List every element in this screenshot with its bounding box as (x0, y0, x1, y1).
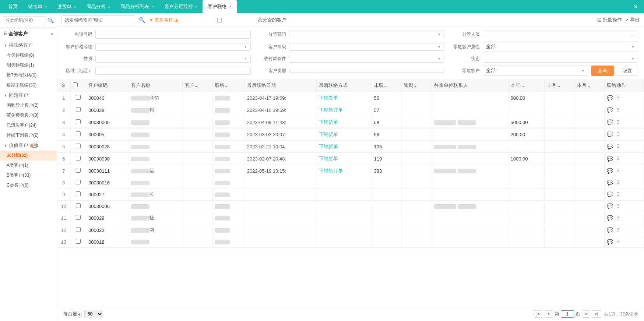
tab-purchase-close[interactable]: × (74, 0, 76, 13)
row-actions[interactable]: 💬 ⠿ (605, 104, 644, 116)
window-close-button[interactable]: ✕ (630, 3, 641, 10)
select-all-checkbox[interactable] (73, 82, 78, 87)
current-page-input[interactable] (561, 310, 574, 318)
chat-icon[interactable]: 💬 (607, 144, 613, 149)
chat-icon[interactable]: 💬 (607, 227, 613, 233)
dept-select[interactable]: ▼ (289, 31, 444, 38)
tab-analysis-list-close[interactable]: × (151, 0, 154, 13)
nature-select[interactable]: ▼ (95, 55, 251, 63)
row-checkbox[interactable] (76, 180, 81, 184)
row-checkbox-cell[interactable] (70, 128, 86, 141)
grid-action-icon[interactable]: ⠿ (616, 95, 620, 101)
sidebar-item-tomorrow[interactable]: 明天待联络(1) (0, 60, 57, 70)
tab-analysis-list[interactable]: 商品分析列表 × (115, 0, 159, 13)
row-checkbox-cell[interactable] (70, 153, 86, 165)
chat-icon[interactable]: 💬 (607, 215, 613, 221)
chat-icon[interactable]: 💬 (607, 203, 613, 209)
sidebar-search-input[interactable] (3, 16, 46, 24)
row-checkbox-cell[interactable] (70, 116, 86, 128)
chat-icon[interactable]: 💬 (607, 119, 613, 125)
sidebar-search-icon[interactable]: 🔍 (47, 17, 54, 23)
row-checkbox[interactable] (76, 191, 81, 196)
row-actions[interactable]: 💬 ⠿ (605, 165, 644, 177)
row-checkbox[interactable] (76, 119, 81, 124)
chat-icon[interactable]: 💬 (607, 107, 613, 113)
sidebar-group-value-title[interactable]: ▼ 价值客户 🔄 (0, 140, 57, 151)
sidebar-item-type-c[interactable]: C类客户(6) (0, 180, 57, 190)
row-last-method[interactable] (317, 224, 372, 236)
tab-customer-mgmt-close[interactable]: × (195, 0, 197, 13)
row-checkbox-cell[interactable] (70, 92, 86, 104)
row-checkbox-cell[interactable] (70, 165, 86, 177)
row-actions[interactable]: 💬 ⠿ (605, 128, 644, 141)
row-checkbox[interactable] (76, 168, 81, 173)
chat-icon[interactable]: 💬 (607, 180, 613, 186)
last-method-link[interactable]: 下销货单 (319, 131, 338, 137)
export-button[interactable]: ↗ 导出 (625, 17, 640, 23)
row-checkbox[interactable] (76, 156, 81, 160)
last-method-link[interactable]: 下销售订单 (319, 107, 343, 113)
last-method-link[interactable]: 下销货单 (319, 156, 338, 161)
zero-customer-select[interactable]: 全部 ▼ (483, 66, 588, 76)
row-checkbox-cell[interactable] (70, 212, 86, 224)
search-input[interactable] (61, 15, 135, 24)
grid-action-icon[interactable]: ⠿ (616, 191, 620, 197)
chat-icon[interactable]: 💬 (607, 191, 613, 197)
row-checkbox[interactable] (76, 107, 81, 112)
manager-select[interactable]: … (483, 31, 638, 38)
customer-type-select[interactable] (289, 69, 444, 73)
row-checkbox-cell[interactable] (70, 104, 86, 116)
row-actions[interactable]: 💬 ⠿ (605, 236, 644, 248)
grid-action-icon[interactable]: ⠿ (616, 131, 620, 137)
last-method-link[interactable]: 下销货单 (319, 144, 338, 149)
price-level-select[interactable]: ▼ (95, 43, 251, 51)
next-page-button[interactable]: > (582, 310, 590, 318)
tab-customer-mgmt[interactable]: 客户分层经营 × (159, 0, 203, 13)
last-method-link[interactable]: 下销货单 (319, 119, 338, 125)
tab-customer-contact-close[interactable]: × (229, 0, 231, 13)
customer-level-select[interactable]: ▼ (289, 43, 444, 51)
row-last-method[interactable] (317, 177, 372, 188)
my-customers-checkbox[interactable] (183, 18, 256, 22)
row-last-method[interactable] (317, 188, 372, 201)
grid-action-icon[interactable]: ⠿ (616, 144, 620, 149)
tab-sales-close[interactable]: × (45, 0, 47, 13)
payment-select[interactable]: ▼ (289, 55, 444, 63)
row-actions[interactable]: 💬 ⠿ (605, 188, 644, 201)
row-last-method[interactable] (317, 236, 372, 248)
row-checkbox[interactable] (76, 239, 81, 244)
sidebar-item-today[interactable]: 今天待联络(0) (0, 50, 57, 60)
row-actions[interactable]: 💬 ⠿ (605, 92, 644, 104)
sidebar-item-ungroup[interactable]: 未分组(32) (0, 151, 57, 160)
row-actions[interactable]: 💬 ⠿ (605, 224, 644, 236)
row-last-method[interactable]: 下销售订单 (317, 165, 372, 177)
tab-analysis[interactable]: 商品分析 × (81, 0, 115, 13)
row-actions[interactable]: 💬 ⠿ (605, 116, 644, 128)
row-checkbox-cell[interactable] (70, 141, 86, 153)
row-last-method[interactable]: 下销货单 (317, 153, 372, 165)
sidebar-item-churned[interactable]: 已流失客户(24) (0, 120, 57, 130)
chat-icon[interactable]: 💬 (607, 168, 613, 174)
sidebar-item-hoarding-abnormal[interactable]: 囤购异常客户(2) (0, 100, 57, 110)
first-page-button[interactable]: |< (534, 310, 543, 318)
row-checkbox[interactable] (76, 227, 81, 232)
row-last-method[interactable] (317, 212, 372, 224)
row-actions[interactable]: 💬 ⠿ (605, 201, 644, 212)
col-settings-header[interactable]: ⚙ (57, 79, 70, 92)
tab-home[interactable]: 首页 (3, 0, 23, 13)
col-checkbox-header[interactable] (70, 79, 86, 92)
grid-action-icon[interactable]: ⠿ (616, 180, 620, 186)
tab-analysis-close[interactable]: × (108, 0, 110, 13)
phone-input[interactable] (95, 30, 251, 39)
grid-action-icon[interactable]: ⠿ (616, 107, 620, 113)
grid-action-icon[interactable]: ⠿ (616, 203, 620, 209)
row-checkbox[interactable] (76, 95, 81, 100)
row-checkbox[interactable] (76, 203, 81, 208)
row-checkbox[interactable] (76, 144, 81, 148)
grid-action-icon[interactable]: ⠿ (616, 215, 620, 221)
search-button[interactable]: 🔍 (139, 17, 145, 23)
grid-action-icon[interactable]: ⠿ (616, 227, 620, 233)
row-actions[interactable]: 💬 ⠿ (605, 177, 644, 188)
sidebar-item-declining[interactable]: 持续下滑客户(2) (0, 130, 57, 140)
chat-icon[interactable]: 💬 (607, 95, 613, 101)
